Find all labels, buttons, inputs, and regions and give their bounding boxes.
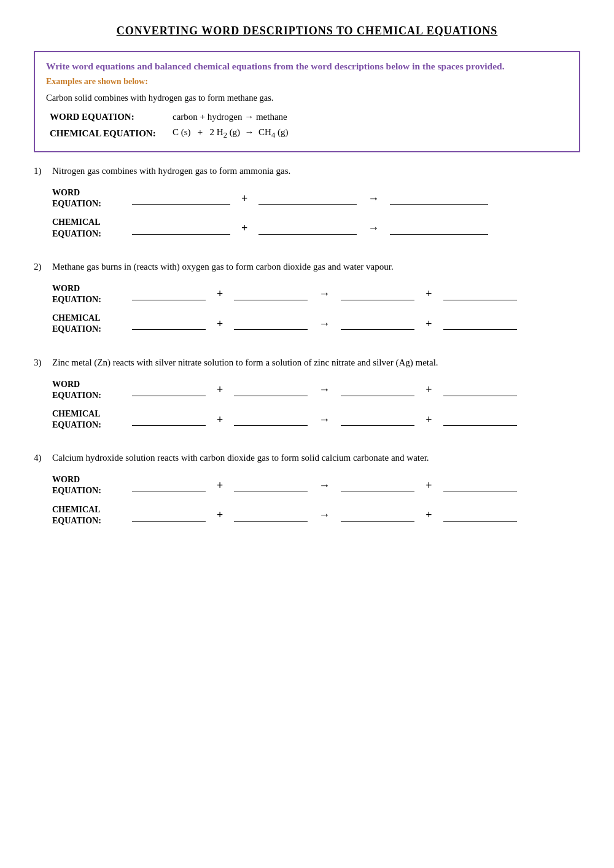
- question-1-desc: Nitrogen gas combines with hydrogen gas …: [52, 166, 580, 176]
- question-4-word-label: WORDEQUATION:: [52, 474, 132, 496]
- question-4-equations: WORDEQUATION: + → + CHEMICALEQUATION: + …: [52, 474, 580, 526]
- q2-chem-reactant2[interactable]: [234, 318, 308, 330]
- plus-sym-4: +: [426, 287, 432, 300]
- q4-chem-product1[interactable]: [341, 509, 414, 522]
- q4-chem-product2[interactable]: [443, 509, 517, 522]
- q1-chem-reactant1[interactable]: [132, 222, 230, 235]
- question-3-num: 3): [34, 358, 52, 368]
- question-2-desc: Methane gas burns in (reacts with) oxyge…: [52, 262, 580, 272]
- question-1-word-inputs: + →: [132, 192, 580, 205]
- question-1: 1) Nitrogen gas combines with hydrogen g…: [34, 166, 580, 240]
- q3-word-reactant2[interactable]: [234, 384, 308, 396]
- question-3-word-inputs: + → +: [132, 383, 580, 396]
- q2-chem-product1[interactable]: [341, 318, 414, 330]
- question-2-chem-label: CHEMICALEQUATION:: [52, 313, 132, 335]
- q1-chem-reactant2[interactable]: [258, 222, 357, 235]
- question-1-word-eq: WORDEQUATION: + →: [52, 187, 580, 209]
- arrow-sym-1: →: [368, 192, 379, 205]
- question-3: 3) Zinc metal (Zn) reacts with silver ni…: [34, 358, 580, 431]
- question-3-equations: WORDEQUATION: + → + CHEMICALEQUATION: + …: [52, 379, 580, 431]
- arrow-sym-6: →: [319, 413, 330, 426]
- q3-word-product2[interactable]: [443, 384, 517, 396]
- page-title: CONVERTING WORD DESCRIPTIONS TO CHEMICAL…: [34, 25, 580, 37]
- question-4-num: 4): [34, 453, 52, 463]
- question-1-chem-inputs: + →: [132, 222, 580, 235]
- question-2-equations: WORDEQUATION: + → + CHEMICALEQUATION: + …: [52, 283, 580, 335]
- word-eq-value: carbon + hydrogen → methane: [169, 109, 568, 125]
- plus-sym-8: +: [426, 383, 432, 396]
- q3-chem-product2[interactable]: [443, 413, 517, 426]
- intro-table: WORD EQUATION: carbon + hydrogen → metha…: [46, 109, 568, 143]
- q3-chem-product1[interactable]: [341, 413, 414, 426]
- q4-word-product1[interactable]: [341, 479, 414, 491]
- plus-sym-10: +: [426, 413, 432, 426]
- question-4-chem-inputs: + → +: [132, 509, 580, 522]
- q4-chem-reactant1[interactable]: [132, 509, 206, 522]
- question-3-chem-inputs: + → +: [132, 413, 580, 426]
- plus-sym-1: +: [241, 192, 247, 205]
- q2-word-reactant1[interactable]: [132, 288, 206, 300]
- question-4: 4) Calcium hydroxide solution reacts wit…: [34, 453, 580, 526]
- q4-word-reactant1[interactable]: [132, 479, 206, 491]
- q2-chem-reactant1[interactable]: [132, 318, 206, 330]
- arrow-sym-3: →: [319, 287, 330, 300]
- question-2-word-eq: WORDEQUATION: + → +: [52, 283, 580, 305]
- question-3-chem-label: CHEMICALEQUATION:: [52, 409, 132, 431]
- question-1-word-label: WORDEQUATION:: [52, 187, 132, 209]
- q1-word-reactant1[interactable]: [132, 192, 230, 205]
- q2-word-product1[interactable]: [341, 288, 414, 300]
- question-4-chem-eq: CHEMICALEQUATION: + → +: [52, 504, 580, 526]
- q2-chem-product2[interactable]: [443, 318, 517, 330]
- q2-word-product2[interactable]: [443, 288, 517, 300]
- question-3-chem-eq: CHEMICALEQUATION: + → +: [52, 409, 580, 431]
- question-1-chem-eq: CHEMICALEQUATION: + →: [52, 217, 580, 239]
- q3-chem-reactant2[interactable]: [234, 413, 308, 426]
- question-4-chem-label: CHEMICALEQUATION:: [52, 504, 132, 526]
- arrow-sym-2: →: [368, 222, 379, 235]
- intro-box: Write word equations and balanced chemic…: [34, 51, 580, 152]
- intro-instruction: Write word equations and balanced chemic…: [46, 61, 568, 72]
- plus-sym-14: +: [426, 509, 432, 522]
- q1-word-reactant2[interactable]: [258, 192, 357, 205]
- arrow-sym-4: →: [319, 318, 330, 330]
- plus-sym-6: +: [426, 318, 432, 330]
- plus-sym-9: +: [217, 413, 223, 426]
- arrow-sym-8: →: [319, 509, 330, 522]
- question-3-word-eq: WORDEQUATION: + → +: [52, 379, 580, 401]
- q2-word-reactant2[interactable]: [234, 288, 308, 300]
- q4-word-reactant2[interactable]: [234, 479, 308, 491]
- question-4-word-eq: WORDEQUATION: + → +: [52, 474, 580, 496]
- intro-example-desc: Carbon solid combines with hydrogen gas …: [46, 93, 568, 103]
- chem-eq-label: CHEMICAL EQUATION:: [46, 125, 169, 143]
- question-1-equations: WORDEQUATION: + → CHEMICALEQUATION: + →: [52, 187, 580, 240]
- question-2-word-label: WORDEQUATION:: [52, 283, 132, 305]
- plus-sym-13: +: [217, 509, 223, 522]
- q4-chem-reactant2[interactable]: [234, 509, 308, 522]
- arrow-sym-7: →: [319, 479, 330, 492]
- question-2-num: 2): [34, 262, 52, 272]
- q3-word-product1[interactable]: [341, 384, 414, 396]
- question-3-word-label: WORDEQUATION:: [52, 379, 132, 401]
- arrow-sym-5: →: [319, 383, 330, 396]
- question-2: 2) Methane gas burns in (reacts with) ox…: [34, 262, 580, 335]
- plus-sym-3: +: [217, 287, 223, 300]
- question-1-num: 1): [34, 166, 52, 176]
- q4-word-product2[interactable]: [443, 479, 517, 491]
- plus-sym-12: +: [426, 479, 432, 492]
- plus-sym-7: +: [217, 383, 223, 396]
- question-4-word-inputs: + → +: [132, 479, 580, 492]
- question-2-word-inputs: + → +: [132, 287, 580, 300]
- q1-word-product[interactable]: [390, 192, 488, 205]
- word-eq-label: WORD EQUATION:: [46, 109, 169, 125]
- plus-sym-11: +: [217, 479, 223, 492]
- q1-chem-product[interactable]: [390, 222, 488, 235]
- plus-sym-2: +: [241, 222, 247, 235]
- question-1-chem-label: CHEMICALEQUATION:: [52, 217, 132, 239]
- intro-examples-label: Examples are shown below:: [46, 77, 568, 87]
- question-2-chem-eq: CHEMICALEQUATION: + → +: [52, 313, 580, 335]
- q3-word-reactant1[interactable]: [132, 384, 206, 396]
- question-4-desc: Calcium hydroxide solution reacts with c…: [52, 453, 580, 463]
- question-2-chem-inputs: + → +: [132, 318, 580, 330]
- q3-chem-reactant1[interactable]: [132, 413, 206, 426]
- plus-sym-5: +: [217, 318, 223, 330]
